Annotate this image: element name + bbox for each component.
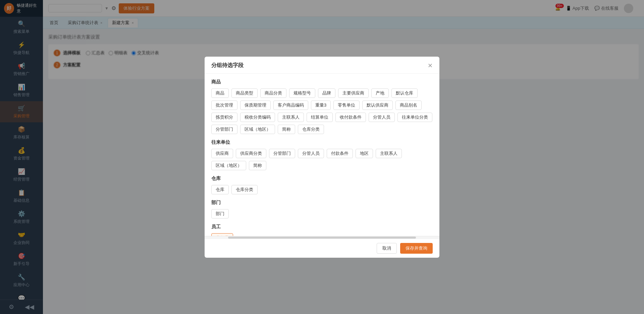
field-section-title-staff: 员工 xyxy=(211,224,433,230)
field-section-title-partner: 往来单位 xyxy=(211,139,433,145)
field-tag-batch-mgmt[interactable]: 批次管理 xyxy=(211,101,237,110)
field-section-department: 部门部门 xyxy=(211,200,433,218)
field-section-partner: 往来单位供应商供应商分类分管部门分管人员付款条件地区主联系人区域（地区）简称 xyxy=(211,139,433,170)
field-tag-source-unit-cat[interactable]: 往来单位分类 xyxy=(397,113,432,122)
field-tag-supplier-cat[interactable]: 供应商分类 xyxy=(236,149,266,158)
field-tag-default-warehouse[interactable]: 默认仓库 xyxy=(391,88,418,98)
field-tag-salesperson[interactable]: 业务员 xyxy=(211,233,233,236)
dialog-confirm-btn[interactable]: 保存并查询 xyxy=(400,243,433,254)
field-tag-warehouse-cat[interactable]: 仓库分类 xyxy=(298,125,324,134)
field-tag-goods-type[interactable]: 商品类型 xyxy=(231,88,258,98)
field-tag-weight3[interactable]: 重量3 xyxy=(311,101,331,110)
field-tag-payment-terms[interactable]: 收付款条件 xyxy=(335,113,366,122)
field-tag-abbr2[interactable]: 简称 xyxy=(249,161,266,170)
field-tag-customer-code[interactable]: 客户商品编码 xyxy=(273,101,308,110)
field-tag-main-contact[interactable]: 主联系人 xyxy=(278,113,304,122)
field-tag-dept[interactable]: 分管部门 xyxy=(269,149,295,158)
dialog-close-btn[interactable]: ✕ xyxy=(428,62,433,69)
field-tag-default-supplier[interactable]: 默认供应商 xyxy=(362,101,393,110)
dialog-footer: 取消 保存并查询 xyxy=(205,239,439,258)
field-tag-picking-points[interactable]: 拣货积分 xyxy=(211,113,237,122)
field-select-dialog: 分组待选字段 ✕ 商品商品商品类型商品分类规格型号品牌主要供应商产地默认仓库批次… xyxy=(205,57,439,258)
field-tag-pay-terms[interactable]: 付款条件 xyxy=(327,149,353,158)
field-tag-main-contact2[interactable]: 主联系人 xyxy=(376,149,402,158)
field-tag-goods-category[interactable]: 商品分类 xyxy=(260,88,286,98)
field-section-warehouse: 仓库仓库仓库分类 xyxy=(211,176,433,194)
dialog-title: 分组待选字段 xyxy=(211,62,244,69)
field-tag-manager[interactable]: 分管人员 xyxy=(369,113,395,122)
field-tag-main-supplier[interactable]: 主要供应商 xyxy=(338,88,369,98)
dialog-horizontal-scrollbar[interactable] xyxy=(205,236,439,239)
dialog-cancel-btn[interactable]: 取消 xyxy=(377,243,397,254)
field-tag-dept-person[interactable]: 分管人员 xyxy=(298,149,324,158)
dialog-overlay: 分组待选字段 ✕ 商品商品商品类型商品分类规格型号品牌主要供应商产地默认仓库批次… xyxy=(0,0,644,314)
field-tag-brand[interactable]: 品牌 xyxy=(318,88,335,98)
field-tag-spec-type[interactable]: 规格型号 xyxy=(289,88,315,98)
field-tag-quality-mgmt[interactable]: 保质期管理 xyxy=(240,101,271,110)
field-tag-area[interactable]: 地区 xyxy=(356,149,373,158)
field-tag-settle-unit[interactable]: 结算单位 xyxy=(307,113,333,122)
field-tag-goods[interactable]: 商品 xyxy=(211,88,229,98)
field-section-title-goods: 商品 xyxy=(211,79,433,85)
field-section-title-department: 部门 xyxy=(211,200,433,206)
field-tag-region[interactable]: 区域（地区） xyxy=(240,125,275,134)
field-tag-supplier[interactable]: 供应商 xyxy=(211,149,233,158)
field-tag-abbr[interactable]: 简称 xyxy=(278,125,295,134)
field-section-title-warehouse: 仓库 xyxy=(211,176,433,182)
field-tag-retail-unit[interactable]: 零售单位 xyxy=(333,101,360,110)
field-tag-dept-mgmt[interactable]: 分管部门 xyxy=(211,125,237,134)
field-tag-region2[interactable]: 区域（地区） xyxy=(211,161,246,170)
field-section-goods: 商品商品商品类型商品分类规格型号品牌主要供应商产地默认仓库批次管理保质期管理客户… xyxy=(211,79,433,134)
field-tag-tax-code[interactable]: 税收分类编码 xyxy=(240,113,275,122)
field-tag-department[interactable]: 部门 xyxy=(211,209,229,218)
field-section-staff: 员工业务员 xyxy=(211,224,433,236)
field-tag-origin[interactable]: 产地 xyxy=(371,88,389,98)
field-tag-warehouse[interactable]: 仓库 xyxy=(211,185,229,194)
dialog-scrollbar-thumb xyxy=(228,237,416,239)
dialog-body[interactable]: 商品商品商品类型商品分类规格型号品牌主要供应商产地默认仓库批次管理保质期管理客户… xyxy=(205,74,439,236)
field-tag-warehouse-cat2[interactable]: 仓库分类 xyxy=(231,185,258,194)
field-tag-goods-alias[interactable]: 商品别名 xyxy=(395,101,422,110)
dialog-header: 分组待选字段 ✕ xyxy=(205,57,439,74)
